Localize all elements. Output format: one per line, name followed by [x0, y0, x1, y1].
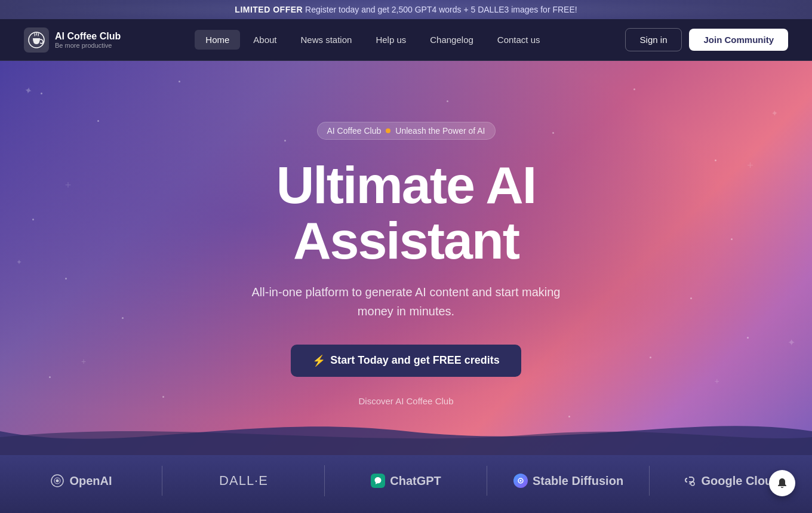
navbar: AI Coffee Club Be more productive Home A…	[0, 19, 812, 61]
bolt-icon: ⚡	[312, 354, 325, 367]
svg-point-5	[519, 480, 521, 482]
cta-button[interactable]: ⚡ Start Today and get FREE credits	[291, 345, 521, 377]
logo-openai: OpenAI	[0, 456, 162, 506]
logo-subtitle: Be more productive	[55, 42, 121, 49]
banner-text-content: Register today and get 2,500 GPT4 words …	[305, 5, 577, 14]
openai-icon	[50, 474, 64, 488]
logo-title: AI Coffee Club	[55, 30, 121, 42]
logos-section: OpenAI DALL·E ChatGPT	[0, 455, 812, 513]
stable-diffusion-icon	[513, 474, 528, 488]
svg-point-3	[56, 480, 59, 483]
nav-links: Home About News station Help us Changelo…	[195, 30, 550, 50]
chatgpt-icon	[371, 474, 385, 488]
hero-title: Ultimate AI Assistant	[239, 158, 573, 268]
svg-point-6	[691, 482, 694, 486]
nav-contact-us[interactable]: Contact us	[487, 30, 551, 50]
top-banner: LIMITED OFFER Register today and get 2,5…	[0, 0, 812, 19]
join-community-button[interactable]: Join Community	[689, 29, 788, 51]
google-cloud-icon	[682, 474, 696, 488]
logo-text: AI Coffee Club Be more productive	[55, 30, 121, 49]
hero-content: AI Coffee Club Unleash the Power of AI U…	[239, 122, 573, 406]
logo[interactable]: AI Coffee Club Be more productive	[24, 27, 121, 53]
logo-icon	[24, 27, 49, 53]
hero-subtitle: All-in-one platform to generate AI conte…	[239, 282, 573, 321]
logos-bar: OpenAI DALL·E ChatGPT	[0, 455, 812, 506]
signin-button[interactable]: Sign in	[625, 28, 682, 51]
nav-home[interactable]: Home	[195, 30, 240, 50]
cta-label: Start Today and get FREE credits	[330, 354, 500, 367]
nav-news-station[interactable]: News station	[290, 30, 363, 50]
discover-link[interactable]: Discover AI Coffee Club	[239, 396, 573, 406]
hero-wave	[0, 407, 812, 455]
nav-help-us[interactable]: Help us	[365, 30, 417, 50]
banner-label: LIMITED OFFER	[235, 5, 303, 14]
logo-stable-diffusion: Stable Diffusion	[487, 456, 650, 506]
logo-chatgpt: ChatGPT	[325, 456, 487, 506]
badge-dot	[386, 128, 390, 133]
bell-icon	[776, 477, 788, 489]
nav-about[interactable]: About	[242, 30, 287, 50]
nav-actions: Sign in Join Community	[625, 28, 788, 51]
hero-section: ✦ ✦ ✦ ✦ + + + + AI Coffee Club Unleash t…	[0, 61, 812, 455]
notification-bell[interactable]	[769, 470, 795, 496]
hero-badge: AI Coffee Club Unleash the Power of AI	[317, 122, 496, 140]
badge-brand: AI Coffee Club	[327, 126, 382, 136]
logo-dalle: DALL·E	[162, 455, 325, 506]
nav-changelog[interactable]: Changelog	[419, 30, 484, 50]
hero-title-line2: Assistant	[293, 211, 519, 270]
hero-title-line1: Ultimate AI	[276, 155, 536, 214]
badge-tagline: Unleash the Power of AI	[395, 126, 485, 136]
